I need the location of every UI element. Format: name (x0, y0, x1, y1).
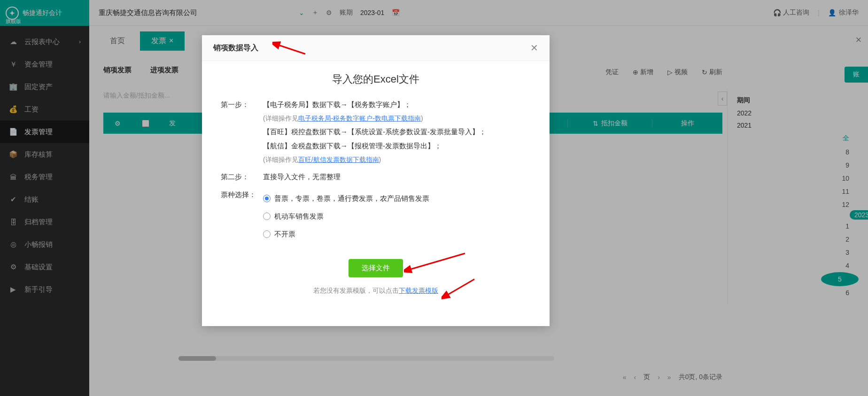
step1-line2: 【百旺】税控盘数据下载→【系统设置-系统参数设置-发票批量导入】； (263, 125, 531, 139)
modal-heading: 导入您的Excel文件 (221, 72, 531, 86)
radio-icon (263, 195, 271, 202)
step1-line1: 【电子税务局】数据下载→【税务数字账户】； (263, 98, 531, 112)
select-file-button[interactable]: 选择文件 (349, 259, 403, 277)
step2-text: 直接导入文件，无需整理 (263, 170, 531, 184)
radio-icon (263, 230, 271, 238)
radio-type-vehicle[interactable]: 机动车销售发票 (263, 209, 531, 223)
download-template-link[interactable]: 下载发票模版 (399, 287, 438, 294)
import-modal: 销项数据导入 ✕ 导入您的Excel文件 第一步： 【电子税务局】数据下载→【税… (202, 35, 550, 326)
template-note: 若您没有发票模版，可以点击下载发票模版 (221, 287, 531, 295)
radio-icon (263, 213, 271, 220)
modal-header: 销项数据导入 ✕ (202, 35, 550, 61)
step2-label: 第二步： (221, 170, 263, 184)
modal-title: 销项数据导入 (213, 43, 258, 53)
bwhan-guide-link[interactable]: 百旺/航信发票数据下载指南 (298, 156, 379, 163)
tax-guide-link[interactable]: 电子税务局-税务数字账户-数电票下载指南 (298, 114, 421, 122)
radio-type-none[interactable]: 不开票 (263, 227, 531, 241)
radio-type-general[interactable]: 普票，专票，卷票，通行费发票，农产品销售发票 (263, 191, 531, 206)
step1-label: 第一步： (221, 98, 263, 166)
type-label: 票种选择： (221, 188, 263, 245)
step1-line3: 【航信】金税盘数据下载→【报税管理-发票数据导出】； (263, 139, 531, 153)
modal-close-button[interactable]: ✕ (530, 42, 538, 53)
